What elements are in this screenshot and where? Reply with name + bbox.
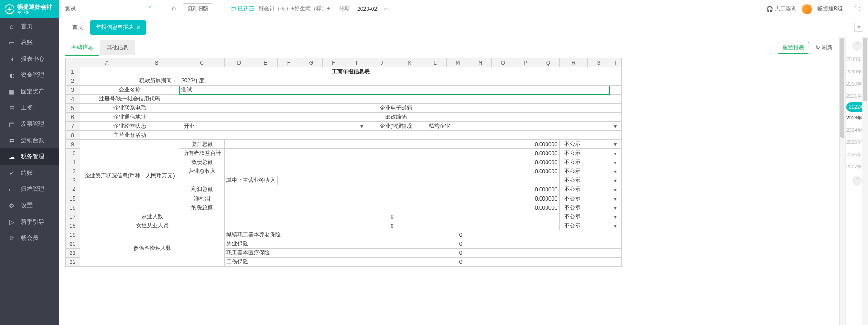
sheet-toolbar: 基础信息 其他信息 重置报表 ↻ 刷新	[59, 37, 839, 58]
col-S[interactable]: S	[588, 58, 610, 67]
period-calendar-icon[interactable]: ▭	[382, 5, 391, 14]
close-icon[interactable]: ×	[137, 24, 140, 31]
year-down[interactable]: ˅	[852, 176, 862, 186]
sidebar-item-7[interactable]: ⇄进销台账	[0, 132, 59, 148]
nav-icon: ⚙	[8, 202, 15, 209]
sidebar-item-2[interactable]: ⫞报表中心	[0, 51, 59, 67]
row-5[interactable]: 5	[66, 104, 80, 113]
sidebar-item-11[interactable]: ⚙设置	[0, 197, 59, 214]
col-C[interactable]: C	[179, 58, 225, 67]
row-9[interactable]: 9	[66, 140, 80, 149]
row-3[interactable]: 3	[66, 86, 80, 95]
row-8[interactable]: 8	[66, 131, 80, 140]
row-13[interactable]: 13	[66, 176, 80, 185]
nav-label: 首页	[21, 22, 33, 30]
row-17[interactable]: 17	[66, 212, 80, 221]
close-all-tabs[interactable]: ×	[854, 23, 863, 32]
refresh-button[interactable]: ↻ 刷新	[816, 44, 833, 52]
logo: ✦ 畅捷通好会计 专业版	[0, 0, 59, 18]
subtab-basic[interactable]: 基础信息	[65, 40, 99, 56]
nav-label: 资金管理	[21, 71, 44, 79]
col-E[interactable]: E	[254, 58, 277, 67]
sidebar-item-6[interactable]: ▤发票管理	[0, 116, 59, 132]
row-2[interactable]: 2	[66, 76, 80, 86]
col-K[interactable]: K	[396, 58, 424, 67]
row-6[interactable]: 6	[66, 113, 80, 122]
row-14[interactable]: 14	[66, 185, 80, 194]
tab-annual-report[interactable]: 年报信息申报表 ×	[90, 20, 146, 35]
support-link[interactable]: 🎧 人工咨询	[766, 5, 797, 13]
sidebar-item-12[interactable]: ▷新手引导	[0, 214, 59, 230]
nav-label: 设置	[21, 201, 33, 210]
gear-icon[interactable]: ⚙	[169, 5, 178, 14]
nav-label: 报表中心	[21, 55, 44, 63]
nav-icon: ⊞	[8, 105, 15, 111]
row-19[interactable]: 19	[66, 230, 80, 239]
col-G[interactable]: G	[300, 58, 323, 67]
col-H[interactable]: H	[323, 58, 345, 67]
reset-button[interactable]: 重置报表	[778, 42, 809, 54]
row-15[interactable]: 15	[66, 194, 80, 203]
company-select[interactable]: 测试 ˅	[65, 3, 151, 15]
user-name: 畅捷通B组...	[817, 5, 847, 13]
col-P[interactable]: P	[514, 58, 537, 67]
row-7[interactable]: 7	[66, 122, 80, 131]
old-version-button[interactable]: 切到旧版	[183, 3, 212, 14]
sidebar-item-10[interactable]: ▭归档管理	[0, 181, 59, 197]
nav-icon: ♕	[8, 235, 15, 242]
row-10[interactable]: 10	[66, 149, 80, 158]
nav-label: 归档管理	[21, 185, 44, 193]
outer-scrollbar[interactable]	[862, 37, 868, 325]
col-T[interactable]: T	[610, 58, 622, 67]
col-L[interactable]: L	[424, 58, 447, 67]
row-4[interactable]: 4	[66, 95, 80, 104]
col-R[interactable]: R	[560, 58, 588, 67]
col-I[interactable]: I	[345, 58, 368, 67]
nav-label: 税务管理	[21, 153, 44, 161]
col-F[interactable]: F	[278, 58, 300, 67]
nav-icon: ▦	[8, 88, 15, 95]
sidebar-item-13[interactable]: ♕畅会员	[0, 230, 59, 246]
sheet-title: 工商年报信息表	[80, 67, 622, 76]
period-select[interactable]: 2023-02	[357, 6, 377, 12]
row-16[interactable]: 16	[66, 203, 80, 212]
col-B[interactable]: B	[134, 58, 179, 67]
spreadsheet[interactable]: ABCDEFGHIJKLMNOPQRST1工商年报信息表2税款所属期间：2022…	[59, 58, 839, 325]
nav-label: 新手引导	[21, 218, 44, 226]
logo-icon: ✦	[5, 4, 14, 14]
row-1[interactable]: 1	[66, 67, 80, 76]
col-N[interactable]: N	[469, 58, 492, 67]
headset-icon: 🎧	[766, 6, 773, 12]
row-21[interactable]: 21	[66, 249, 80, 258]
row-12[interactable]: 12	[66, 167, 80, 176]
sidebar: ✦ 畅捷通好会计 专业版 ⌂首页▭总账⫞报表中心◐资金管理▦固定资产⊞工资▤发票…	[0, 0, 59, 325]
sidebar-item-3[interactable]: ◐资金管理	[0, 67, 59, 83]
avatar[interactable]	[802, 4, 812, 14]
row-18[interactable]: 18	[66, 221, 80, 230]
nav-label: 进销台账	[21, 136, 44, 144]
company-input[interactable]: 测试	[179, 86, 610, 95]
year-up[interactable]: ˄	[852, 41, 862, 51]
col-Q[interactable]: Q	[537, 58, 560, 67]
col-M[interactable]: M	[447, 58, 469, 67]
col-D[interactable]: D	[225, 58, 254, 67]
sidebar-item-8[interactable]: ☁税务管理	[0, 148, 59, 165]
col-J[interactable]: J	[368, 58, 396, 67]
nav-icon: ⇄	[8, 137, 15, 144]
inner-scrollbar[interactable]	[839, 37, 845, 325]
col-A[interactable]: A	[80, 58, 134, 67]
sidebar-item-1[interactable]: ▭总账	[0, 34, 59, 51]
sidebar-item-4[interactable]: ▦固定资产	[0, 83, 59, 100]
add-icon[interactable]: ＋	[156, 5, 165, 14]
col-O[interactable]: O	[492, 58, 514, 67]
nav-icon: ▭	[8, 186, 15, 193]
sidebar-item-5[interactable]: ⊞工资	[0, 100, 59, 116]
row-20[interactable]: 20	[66, 239, 80, 249]
subtab-other[interactable]: 其他信息	[100, 40, 135, 55]
row-11[interactable]: 11	[66, 158, 80, 167]
tab-home[interactable]: 首页	[65, 18, 90, 37]
sidebar-item-9[interactable]: ✓结账	[0, 165, 59, 181]
expand-icon[interactable]: ⛶	[853, 5, 862, 14]
sidebar-item-0[interactable]: ⌂首页	[0, 18, 59, 34]
row-22[interactable]: 22	[66, 258, 80, 267]
